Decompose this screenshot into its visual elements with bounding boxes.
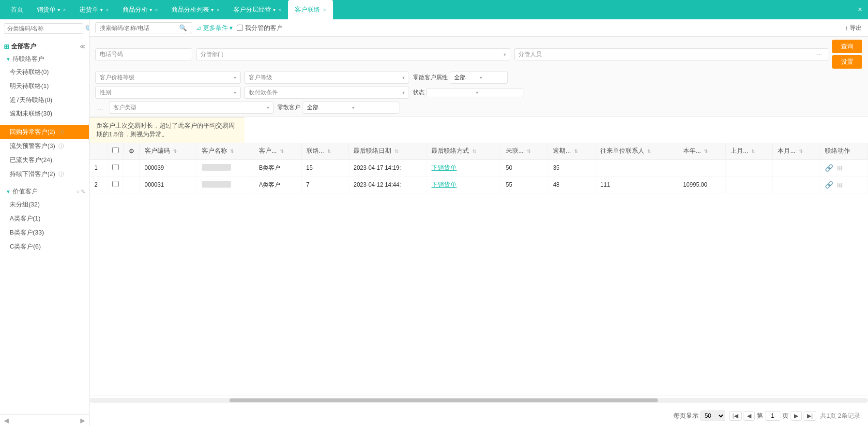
th-last-month[interactable]: 上月... ⇅ — [725, 143, 773, 160]
cell-last-contact-method[interactable]: 下销货单 — [426, 176, 501, 193]
filter-search-input[interactable] — [100, 25, 177, 31]
cell-contact: 7 — [301, 176, 349, 193]
tab-product-analysis-close[interactable]: × — [155, 7, 158, 13]
my-customers-checkbox[interactable]: 我分管的客户 — [237, 24, 283, 32]
cell-customer-code: 000039 — [139, 160, 197, 176]
customer-grade-field[interactable]: 客户等级 ▾ — [244, 72, 409, 84]
filter-search-icon[interactable]: 🔍 — [179, 24, 187, 31]
action-link-icon[interactable]: 🔗 — [825, 164, 833, 172]
sidebar-item-b-class[interactable]: B类客户(33) — [0, 226, 89, 240]
th-last-contact-method[interactable]: 最后联络方式 ⇅ — [426, 143, 501, 160]
cell-checkbox[interactable] — [107, 176, 123, 193]
sidebar-item-continuous-down[interactable]: 持续下滑客户(2) ⓘ — [0, 167, 89, 181]
tab-product-analysis[interactable]: 商品分析 ▾ × — [116, 0, 165, 19]
page-input[interactable] — [765, 411, 780, 421]
scatter-dropdown[interactable]: 全部 ▾ — [450, 72, 508, 84]
sidebar-item-a-class[interactable]: A类客户(1) — [0, 212, 89, 226]
settings-icon[interactable]: ⚙ — [129, 147, 135, 155]
payment-field[interactable]: 收付款条件 ▾ — [244, 87, 409, 99]
contact-method-link[interactable]: 下销货单 — [431, 181, 457, 188]
select-all-checkbox[interactable] — [112, 147, 119, 153]
action-link-icon[interactable]: 🔗 — [825, 181, 833, 189]
h-scrollbar-thumb[interactable] — [229, 398, 657, 402]
cell-not-contact: 55 — [501, 176, 548, 193]
sidebar-item-lost-preview[interactable]: 流失预警客户(3) ⓘ — [0, 139, 89, 153]
row-checkbox[interactable] — [112, 181, 119, 187]
last-page-btn[interactable]: ▶| — [804, 411, 816, 421]
table-area[interactable]: ⚙ 客户编码 ⇅ 客户名称 ⇅ 客户... ⇅ — [90, 143, 868, 396]
tab-customer-stratify-close[interactable]: × — [278, 7, 281, 13]
customer-type-field[interactable]: 客户类型 ▾ — [109, 102, 274, 114]
info-icon-lost-preview: ⓘ — [59, 143, 64, 149]
tab-home[interactable]: 首页 — [4, 0, 30, 19]
adv-filter-row-2: 客户价格等级 ▾ 客户等级 ▾ 零散客户属性 全部 ▾ — [95, 72, 862, 84]
sidebar-search-icon[interactable]: 🔍 — [85, 25, 90, 32]
status-dropdown[interactable]: ▾ — [426, 88, 523, 97]
tab-customer-contact-close[interactable]: × — [323, 7, 326, 13]
sidebar-item-c-class[interactable]: C类客户(6) — [0, 240, 89, 254]
cell-checkbox[interactable] — [107, 160, 123, 176]
th-overdue[interactable]: 逾期... ⇅ — [548, 143, 595, 160]
query-button[interactable]: 查询 — [832, 40, 862, 53]
my-customers-check[interactable] — [237, 25, 243, 31]
tab-customer-contact[interactable]: 客户联络 × — [288, 0, 333, 19]
h-scrollbar-track[interactable] — [90, 398, 868, 403]
th-last-contact-date[interactable]: 最后联络日期 ⇅ — [349, 143, 426, 160]
phone-field[interactable]: 电话号码 — [95, 48, 192, 60]
th-customer-code[interactable]: 客户编码 ⇅ — [139, 143, 197, 160]
dept-field[interactable]: 分管部门 ▾ — [196, 48, 510, 60]
th-contact[interactable]: 联络... ⇅ — [301, 143, 349, 160]
sidebar-collapse-btn[interactable]: ≪ — [79, 44, 85, 50]
sidebar-left-arrow[interactable]: ◀ — [4, 417, 9, 424]
first-page-btn[interactable]: |◀ — [729, 411, 742, 421]
sidebar-item-tomorrow[interactable]: 明天待联络(1) — [0, 79, 89, 93]
sidebar-item-today[interactable]: 今天待联络(0) — [0, 65, 89, 79]
tab-sales[interactable]: 销货单 ▾ × — [30, 0, 73, 19]
th-customer-type[interactable]: 客户... ⇅ — [254, 143, 301, 160]
action-grid-icon[interactable]: ⊞ — [837, 181, 843, 189]
price-grade-field[interactable]: 客户价格等级 ▾ — [95, 72, 241, 84]
person-field[interactable]: 分管人员 ··· — [514, 48, 828, 60]
row-checkbox[interactable] — [112, 164, 119, 170]
tab-sales-close[interactable]: × — [63, 7, 66, 13]
settings-button[interactable]: 设置 — [832, 55, 862, 69]
th-this-month[interactable]: 本月... ⇅ — [773, 143, 820, 160]
tab-product-list[interactable]: 商品分析列表 ▾ × — [165, 0, 226, 19]
th-this-year[interactable]: 本年... ⇅ — [678, 143, 726, 160]
tab-product-list-close[interactable]: × — [216, 7, 219, 13]
sidebar-item-repurchase-abnormal[interactable]: 回购异常客户(2) ⓘ — [0, 125, 89, 139]
th-customer-name[interactable]: 客户名称 ⇅ — [197, 143, 254, 160]
th-not-contact[interactable]: 未联... ⇅ — [501, 143, 548, 160]
sidebar-all-customers[interactable]: ⊞ 全部客户 ≪ — [0, 40, 89, 53]
sidebar-item-already-lost[interactable]: 已流失客户(24) — [0, 153, 89, 167]
sidebar-pending-group[interactable]: ▼ 待联络客户 — [0, 53, 89, 65]
contact-method-link[interactable]: 下销货单 — [431, 164, 457, 171]
sidebar-item-7days[interactable]: 近7天待联络(0) — [0, 93, 89, 107]
sidebar-right-arrow[interactable]: ▶ — [80, 417, 85, 424]
sidebar-item-ungrouped[interactable]: 未分组(32) — [0, 198, 89, 212]
next-page-btn[interactable]: ▶ — [791, 411, 802, 421]
cell-last-month — [725, 176, 773, 193]
horizontal-scrollbar[interactable] — [90, 396, 868, 405]
more-conditions-btn[interactable]: ⊿ 更多条件 ▾ — [196, 24, 233, 32]
row4-dots[interactable]: ... — [95, 104, 105, 112]
action-grid-icon[interactable]: ⊞ — [837, 164, 843, 172]
cell-this-year — [678, 160, 726, 176]
gender-field[interactable]: 性别 ▾ — [95, 87, 241, 99]
cell-last-contact-method[interactable]: 下销货单 — [426, 160, 501, 176]
per-page-select[interactable]: 50 100 200 — [700, 411, 725, 421]
scatter-customer-dropdown[interactable]: 全部 ▾ — [303, 102, 399, 114]
sidebar-valuable-group[interactable]: ▼ 价值客户 ○ ✎ — [0, 185, 89, 198]
person-dots[interactable]: ··· — [814, 50, 824, 58]
tab-sales-arrow: ▾ — [58, 7, 60, 13]
prev-page-btn[interactable]: ◀ — [744, 411, 755, 421]
tab-purchase-close[interactable]: × — [106, 7, 108, 13]
tab-purchase[interactable]: 进货单 ▾ × — [73, 0, 115, 19]
main-close-button[interactable]: × — [858, 5, 862, 14]
dept-dd-arrow: ▾ — [503, 52, 506, 57]
export-button[interactable]: ↑ 导出 — [845, 24, 863, 32]
th-unit-contact[interactable]: 往来单位联系人 ⇅ — [595, 143, 678, 160]
sidebar-search-input[interactable] — [4, 23, 83, 34]
sidebar-item-overdue[interactable]: 逾期未联络(30) — [0, 107, 89, 121]
tab-customer-stratify[interactable]: 客户分层经营 ▾ × — [227, 0, 288, 19]
